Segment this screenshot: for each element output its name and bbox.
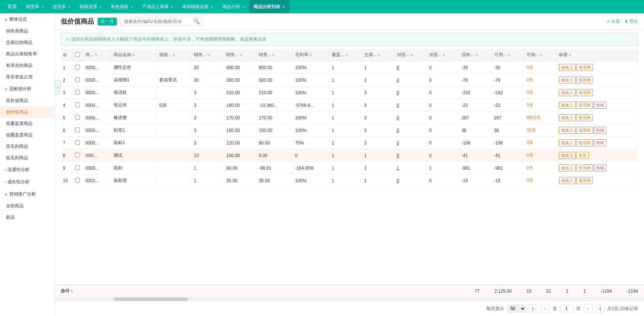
page-input[interactable] xyxy=(560,305,573,312)
sidebar-group-growth[interactable]: › 成长性分析 xyxy=(0,176,54,188)
last-page-btn[interactable]: ›| xyxy=(596,304,604,313)
col-view2[interactable]: 浏览...⇅ xyxy=(427,49,459,61)
nav-sales-order[interactable]: 销货单 × xyxy=(21,0,48,13)
search-icon[interactable]: 🔍 xyxy=(194,18,200,24)
row-view1[interactable]: 0 xyxy=(394,112,427,124)
sidebar-group-marketing[interactable]: ∨ 营销推广分析 xyxy=(0,188,54,200)
row-check[interactable] xyxy=(75,140,80,145)
next-page-btn[interactable]: › xyxy=(584,304,593,313)
row-check[interactable] xyxy=(75,115,80,120)
col-margin[interactable]: 毛利率⇅ xyxy=(293,49,329,61)
sidebar-item-sales-products[interactable]: 销售类商品 xyxy=(0,26,54,37)
nav-product-analysis-list[interactable]: 商品分析列表 × xyxy=(249,0,289,13)
view1-link[interactable]: 0 xyxy=(397,103,399,108)
col-checkbox[interactable] xyxy=(73,49,83,61)
share-btn[interactable]: ⇗ 分享 xyxy=(606,18,620,25)
nav-close-purchase[interactable]: × xyxy=(68,4,70,9)
col-available[interactable]: 可用...⇅ xyxy=(492,49,524,61)
row-view1[interactable]: 0 xyxy=(394,86,427,99)
view1-link[interactable]: 0 xyxy=(397,140,399,146)
row-name[interactable]: 鼠标垫 xyxy=(111,174,157,187)
row-name[interactable]: 铅笔1 xyxy=(111,124,157,137)
row-checkbox[interactable] xyxy=(73,149,83,162)
row-checkbox[interactable] xyxy=(73,137,83,149)
nav-purchase-order[interactable]: 进货单 × xyxy=(48,0,75,13)
nav-permissions[interactable]: 权限设置 × xyxy=(75,0,106,13)
row-check[interactable] xyxy=(75,153,80,157)
row-check[interactable] xyxy=(75,178,80,183)
nav-product-warehouse[interactable]: 产成品入库单 × xyxy=(138,0,178,13)
col-sale-count[interactable]: 销售...⇅ xyxy=(191,49,224,61)
row-checkbox[interactable] xyxy=(73,86,83,99)
col-settings[interactable]: ⚙ xyxy=(61,49,73,61)
col-name[interactable]: 商品名称⇅ xyxy=(111,49,157,61)
row-checkbox[interactable] xyxy=(73,74,83,86)
row-checkbox[interactable] xyxy=(73,112,83,124)
sidebar-item-inventory-funds[interactable]: 库存资金占用 xyxy=(0,71,54,83)
view1-link[interactable]: 0 xyxy=(397,128,399,133)
col-tags[interactable]: 标签⇅ xyxy=(556,49,638,61)
row-name[interactable]: 测试 xyxy=(111,149,157,162)
row-name[interactable]: 电话机 xyxy=(111,86,157,99)
row-check[interactable] xyxy=(75,128,80,132)
row-name[interactable]: 吴细细1 xyxy=(111,74,157,86)
sidebar-item-new-products[interactable]: 新品 xyxy=(0,212,54,223)
row-view1[interactable]: 1 xyxy=(394,162,427,174)
row-checkbox[interactable] xyxy=(73,162,83,174)
nav-close-analysis-list[interactable]: × xyxy=(282,4,285,9)
nav-close-permissions[interactable]: × xyxy=(100,4,102,9)
row-view1[interactable]: 0 xyxy=(394,124,427,137)
col-trade[interactable]: 交易...⇅ xyxy=(362,49,394,61)
nav-template-settings[interactable]: 单据模板设置 × xyxy=(178,0,218,13)
row-view1[interactable]: 0 xyxy=(394,99,427,112)
sidebar-group-contribution[interactable]: ∨ 贡献值分析 xyxy=(0,83,54,95)
per-page-select[interactable]: 50 100 xyxy=(507,305,526,313)
row-check[interactable] xyxy=(75,165,80,170)
row-view1[interactable]: 0 xyxy=(394,61,427,74)
row-view1[interactable]: 0 xyxy=(394,74,427,86)
col-view1[interactable]: 浏览...⇅ xyxy=(394,49,427,61)
sidebar-item-all-products[interactable]: 全部商品 xyxy=(0,200,54,212)
row-name[interactable]: 属性定价 xyxy=(111,61,157,74)
view1-link[interactable]: 0 xyxy=(397,115,399,120)
search-input[interactable] xyxy=(121,17,202,26)
view1-link[interactable]: 0 xyxy=(397,178,399,183)
sidebar-item-low-margin[interactable]: 低毛利商品 xyxy=(0,152,54,164)
col-code[interactable]: 商...⇅ xyxy=(83,49,111,61)
nav-close-role[interactable]: × xyxy=(131,4,133,9)
row-name[interactable]: 鼠标 xyxy=(111,162,157,174)
col-spec[interactable]: 规格...⇅ xyxy=(157,49,191,61)
row-checkbox[interactable] xyxy=(73,124,83,137)
sidebar-collapse-btn[interactable]: ‹ xyxy=(55,80,61,95)
select-all-checkbox[interactable] xyxy=(75,52,80,57)
sidebar-item-traded-products[interactable]: 交易过的商品 xyxy=(0,37,54,48)
nav-close-template[interactable]: × xyxy=(211,4,213,9)
sidebar-item-in-stock[interactable]: 有库存的商品 xyxy=(0,60,54,71)
sidebar-item-high-margin[interactable]: 高毛利商品 xyxy=(0,141,54,152)
first-page-btn[interactable]: |‹ xyxy=(529,304,538,313)
row-name[interactable]: 笔记本 xyxy=(111,99,157,112)
col-current[interactable]: 现有...⇅ xyxy=(459,49,492,61)
sidebar-item-high-coverage[interactable]: 高覆盖度商品 xyxy=(0,118,54,129)
col-sale-amount[interactable]: 销售...⇅ xyxy=(224,49,256,61)
row-checkbox[interactable] xyxy=(73,61,83,74)
nav-close-warehouse[interactable]: × xyxy=(171,4,173,9)
sidebar-item-low-coverage[interactable]: 低覆盖度商品 xyxy=(0,129,54,141)
row-check[interactable] xyxy=(75,77,80,82)
nav-close-analysis[interactable]: × xyxy=(242,4,245,9)
nav-product-analysis[interactable]: 商品分析 × xyxy=(218,0,249,13)
sidebar-item-category-sales-rate[interactable]: 商品分类销售率 xyxy=(0,48,54,60)
sidebar-item-low-value[interactable]: 低价值商品 xyxy=(0,106,54,118)
col-sale-price[interactable]: 销售...⇅ xyxy=(256,49,293,61)
row-view1[interactable]: 0 xyxy=(394,149,427,162)
date-tag[interactable]: 近一月 xyxy=(98,18,117,26)
view1-link[interactable]: 1 xyxy=(397,166,399,171)
row-check[interactable] xyxy=(75,90,80,95)
view1-link[interactable]: 0 xyxy=(397,90,399,95)
row-check[interactable] xyxy=(75,102,80,107)
row-name[interactable]: 橡皮擦 xyxy=(111,112,157,124)
col-sellable[interactable]: 可销...⇅ xyxy=(524,49,557,61)
row-checkbox[interactable] xyxy=(73,99,83,112)
row-view1[interactable]: 0 xyxy=(394,174,427,187)
row-checkbox[interactable] xyxy=(73,174,83,187)
